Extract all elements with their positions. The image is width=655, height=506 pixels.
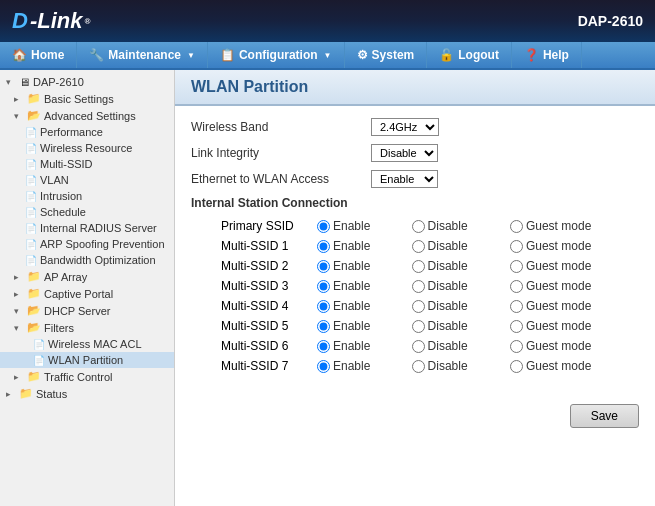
radio-enable[interactable] <box>317 360 330 373</box>
sidebar-item-performance[interactable]: 📄 Performance <box>0 124 174 140</box>
eth-wlan-select[interactable]: Enable Disable <box>371 170 438 188</box>
nav-configuration[interactable]: 📋 Configuration ▼ <box>208 42 345 68</box>
ssid-label: Multi-SSID 4 <box>191 296 311 316</box>
radio-disable[interactable] <box>412 280 425 293</box>
table-row: Multi-SSID 7EnableDisableGuest mode <box>191 356 639 376</box>
sidebar-item-intrusion[interactable]: 📄 Intrusion <box>0 188 174 204</box>
ssid-table: Primary SSIDEnableDisableGuest modeMulti… <box>191 216 639 376</box>
nav-help[interactable]: ❓ Help <box>512 42 582 68</box>
radio-disable[interactable] <box>412 240 425 253</box>
radio-guest-mode[interactable] <box>510 240 523 253</box>
radio-enable[interactable] <box>317 340 330 353</box>
page-icon: 📄 <box>33 355 45 366</box>
save-button[interactable]: Save <box>570 404 639 428</box>
sidebar-item-arp[interactable]: 📄 ARP Spoofing Prevention <box>0 236 174 252</box>
sidebar-label-captive-portal: Captive Portal <box>44 288 113 300</box>
link-integrity-row: Link Integrity Disable Enable <box>191 144 639 162</box>
ssid-label: Multi-SSID 6 <box>191 336 311 356</box>
ssid-label: Primary SSID <box>191 216 311 236</box>
radio-guest-mode[interactable] <box>510 300 523 313</box>
sidebar-item-traffic-control[interactable]: ▸ 📁 Traffic Control <box>0 368 174 385</box>
table-row: Multi-SSID 6EnableDisableGuest mode <box>191 336 639 356</box>
radio-cell-enable: Enable <box>311 236 406 256</box>
sidebar-label-dap: DAP-2610 <box>33 76 84 88</box>
radio-enable[interactable] <box>317 260 330 273</box>
sidebar-item-basic-settings[interactable]: ▸ 📁 Basic Settings <box>0 90 174 107</box>
header: D-Link® DAP-2610 <box>0 0 655 42</box>
sidebar-item-vlan[interactable]: 📄 VLAN <box>0 172 174 188</box>
radio-disable[interactable] <box>412 260 425 273</box>
ssid-label: Multi-SSID 2 <box>191 256 311 276</box>
folder-icon: 📁 <box>27 370 41 383</box>
help-icon: ❓ <box>524 48 539 62</box>
radio-guest-mode[interactable] <box>510 320 523 333</box>
radio-label: Disable <box>428 359 468 373</box>
page-title: WLAN Partition <box>191 78 639 96</box>
radio-guest-mode[interactable] <box>510 340 523 353</box>
sidebar-item-dhcp[interactable]: ▾ 📂 DHCP Server <box>0 302 174 319</box>
wireless-band-select[interactable]: 2.4GHz 5GHz <box>371 118 439 136</box>
nav-logout[interactable]: 🔓 Logout <box>427 42 512 68</box>
radio-disable[interactable] <box>412 360 425 373</box>
sidebar-item-dap2610[interactable]: ▾ 🖥 DAP-2610 <box>0 74 174 90</box>
sidebar-item-internal-radius[interactable]: 📄 Internal RADIUS Server <box>0 220 174 236</box>
sidebar-label-mac-acl: Wireless MAC ACL <box>48 338 142 350</box>
table-row: Multi-SSID 4EnableDisableGuest mode <box>191 296 639 316</box>
radio-enable[interactable] <box>317 280 330 293</box>
wireless-band-row: Wireless Band 2.4GHz 5GHz <box>191 118 639 136</box>
sidebar-item-captive-portal[interactable]: ▸ 📁 Captive Portal <box>0 285 174 302</box>
sidebar-item-bandwidth[interactable]: 📄 Bandwidth Optimization <box>0 252 174 268</box>
sidebar-item-status[interactable]: ▸ 📁 Status <box>0 385 174 402</box>
sidebar-label-schedule: Schedule <box>40 206 86 218</box>
radio-guest-mode[interactable] <box>510 280 523 293</box>
sidebar-label-ap-array: AP Array <box>44 271 87 283</box>
radio-guest-mode[interactable] <box>510 260 523 273</box>
radio-enable[interactable] <box>317 220 330 233</box>
page-icon: 📄 <box>25 175 37 186</box>
radio-cell-guest-mode: Guest mode <box>504 216 639 236</box>
sidebar-item-multi-ssid[interactable]: 📄 Multi-SSID <box>0 156 174 172</box>
sidebar-item-wireless-mac-acl[interactable]: 📄 Wireless MAC ACL <box>0 336 174 352</box>
logo: D-Link® <box>12 8 90 34</box>
radio-disable[interactable] <box>412 320 425 333</box>
radio-disable[interactable] <box>412 340 425 353</box>
nav-maintenance[interactable]: 🔧 Maintenance ▼ <box>77 42 208 68</box>
expand-icon: ▸ <box>14 94 24 104</box>
table-row: Multi-SSID 1EnableDisableGuest mode <box>191 236 639 256</box>
radio-cell-guest-mode: Guest mode <box>504 236 639 256</box>
radio-guest-mode[interactable] <box>510 220 523 233</box>
page-icon: 📄 <box>25 207 37 218</box>
sidebar-item-wireless-resource[interactable]: 📄 Wireless Resource <box>0 140 174 156</box>
expand-icon: ▸ <box>14 372 24 382</box>
expand-icon: ▸ <box>6 389 16 399</box>
sidebar-item-ap-array[interactable]: ▸ 📁 AP Array <box>0 268 174 285</box>
radio-enable[interactable] <box>317 300 330 313</box>
sidebar-label-intrusion: Intrusion <box>40 190 82 202</box>
nav-home[interactable]: 🏠 Home <box>0 42 77 68</box>
radio-enable[interactable] <box>317 240 330 253</box>
radio-disable[interactable] <box>412 220 425 233</box>
radio-label: Disable <box>428 319 468 333</box>
sidebar-label-bandwidth: Bandwidth Optimization <box>40 254 156 266</box>
logo-d: D <box>12 8 28 34</box>
nav-system[interactable]: ⚙ System <box>345 42 428 68</box>
table-row: Multi-SSID 3EnableDisableGuest mode <box>191 276 639 296</box>
sidebar-label-status: Status <box>36 388 67 400</box>
wireless-band-label: Wireless Band <box>191 120 371 134</box>
radio-guest-mode[interactable] <box>510 360 523 373</box>
sidebar-item-filters[interactable]: ▾ 📂 Filters <box>0 319 174 336</box>
ssid-label: Multi-SSID 7 <box>191 356 311 376</box>
nav-help-label: Help <box>543 48 569 62</box>
sidebar-item-schedule[interactable]: 📄 Schedule <box>0 204 174 220</box>
radio-cell-guest-mode: Guest mode <box>504 296 639 316</box>
expand-icon: ▸ <box>14 272 24 282</box>
sidebar-item-advanced-settings[interactable]: ▾ 📂 Advanced Settings <box>0 107 174 124</box>
radio-disable[interactable] <box>412 300 425 313</box>
folder-icon: 📂 <box>27 109 41 122</box>
sidebar-item-wlan-partition[interactable]: 📄 WLAN Partition <box>0 352 174 368</box>
link-integrity-select[interactable]: Disable Enable <box>371 144 438 162</box>
table-row: Multi-SSID 5EnableDisableGuest mode <box>191 316 639 336</box>
content-body: Wireless Band 2.4GHz 5GHz Link Integrity… <box>175 106 655 388</box>
radio-enable[interactable] <box>317 320 330 333</box>
eth-wlan-row: Ethernet to WLAN Access Enable Disable <box>191 170 639 188</box>
